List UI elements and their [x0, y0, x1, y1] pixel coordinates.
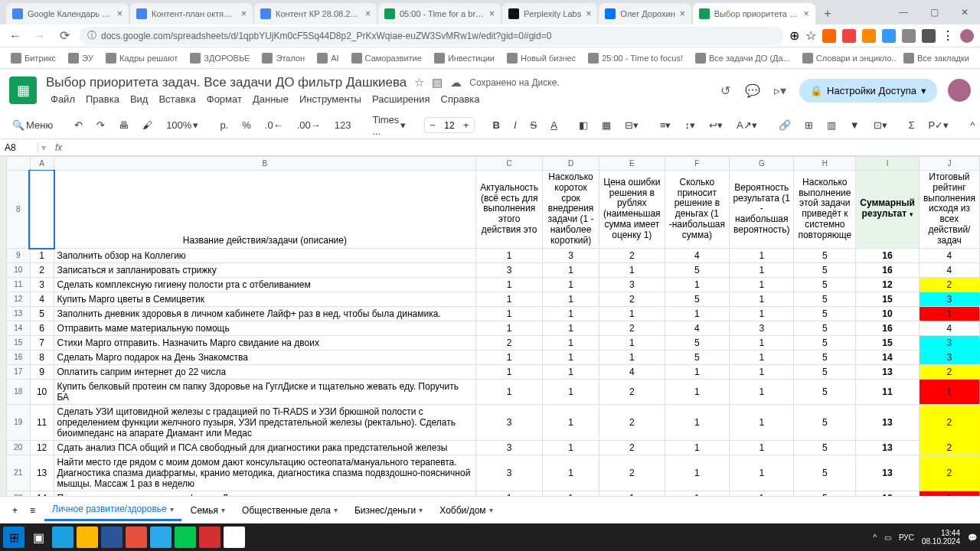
- menu-item[interactable]: Инструменты: [295, 92, 366, 106]
- chrome-icon[interactable]: [224, 527, 245, 548]
- cell[interactable]: 5: [794, 277, 856, 292]
- cell[interactable]: 2: [599, 379, 665, 404]
- cell[interactable]: Заполнить обзор на Коллегию: [54, 248, 476, 262]
- cell[interactable]: Заполнить дневник здоровья в личном каби…: [54, 306, 476, 321]
- cell[interactable]: 5: [794, 455, 856, 491]
- browser-tab[interactable]: Олег Дорохин×: [599, 3, 691, 24]
- row-header[interactable]: 14: [7, 321, 31, 335]
- cell[interactable]: 1: [543, 350, 599, 364]
- cell[interactable]: 2: [919, 440, 979, 455]
- cell[interactable]: Сдать анализ ПСА общий и ПСА свободный д…: [54, 440, 476, 455]
- cell[interactable]: 3: [476, 455, 543, 491]
- cell[interactable]: 1: [599, 335, 665, 350]
- cell[interactable]: 1: [730, 440, 794, 455]
- browser-tab[interactable]: Google Календарь - вторник×: [6, 3, 129, 24]
- cell[interactable]: 2: [599, 292, 665, 306]
- cell[interactable]: Купить белковый протеин см папку Здоровь…: [54, 379, 476, 404]
- column-header[interactable]: J: [919, 157, 979, 171]
- cell[interactable]: 1: [730, 262, 794, 277]
- row-header[interactable]: 22: [7, 491, 31, 496]
- all-bookmarks[interactable]: Все закладки: [899, 51, 974, 65]
- cell[interactable]: 3: [919, 350, 979, 364]
- share-button[interactable]: 🔒 Настройки Доступа ▾: [799, 79, 937, 103]
- cell[interactable]: 3: [919, 292, 979, 306]
- extension-icon[interactable]: [902, 29, 916, 43]
- cell[interactable]: 2: [599, 440, 665, 455]
- extension-icon[interactable]: [862, 29, 876, 43]
- cell[interactable]: 1: [476, 364, 543, 379]
- cell[interactable]: 15: [856, 335, 920, 350]
- cell[interactable]: 13: [856, 440, 920, 455]
- comment-button[interactable]: ⊞: [802, 118, 816, 132]
- cell[interactable]: 10: [856, 491, 920, 496]
- meet-icon[interactable]: ▹▾: [772, 82, 789, 99]
- bookmark-item[interactable]: AI: [312, 51, 343, 65]
- cell[interactable]: 1: [730, 292, 794, 306]
- ru-button[interactable]: Р✓▾: [926, 118, 952, 132]
- chevron-down-icon[interactable]: ▾: [221, 506, 225, 514]
- cell[interactable]: 1: [543, 440, 599, 455]
- rotate-button[interactable]: A↗▾: [733, 118, 760, 132]
- cell[interactable]: 5: [794, 335, 856, 350]
- minimize-button[interactable]: —: [888, 0, 919, 24]
- cell[interactable]: 1: [599, 491, 665, 496]
- font-size-input[interactable]: [442, 120, 457, 131]
- cell[interactable]: Насколько короток срок внедрения задачи …: [543, 171, 599, 249]
- link-button[interactable]: 🔗: [776, 118, 794, 132]
- bookmark-star-icon[interactable]: ☆: [805, 28, 816, 43]
- cell[interactable]: 16: [856, 262, 920, 277]
- cell[interactable]: Насколько выполнение этой задачи приведё…: [794, 171, 856, 249]
- zoom-select[interactable]: 100% ▾: [163, 118, 201, 132]
- cell[interactable]: 1: [665, 364, 729, 379]
- cell[interactable]: 1: [919, 379, 979, 404]
- translate-icon[interactable]: ⊕: [789, 28, 799, 43]
- bookmark-item[interactable]: Словари и энцикло...: [798, 51, 896, 65]
- column-header[interactable]: H: [794, 157, 856, 171]
- cell[interactable]: Цена ошибки решения в рублях (наименьшая…: [599, 171, 665, 249]
- collapse-toolbar-button[interactable]: ^: [967, 118, 978, 132]
- cell[interactable]: 1: [543, 335, 599, 350]
- cell[interactable]: 5: [665, 262, 729, 277]
- cell[interactable]: 5: [665, 350, 729, 364]
- bookmark-item[interactable]: ЭУ: [64, 51, 98, 65]
- menu-item[interactable]: Формат: [202, 92, 247, 106]
- cell[interactable]: 1: [665, 491, 729, 496]
- cell[interactable]: 3: [476, 440, 543, 455]
- notifications-icon[interactable]: 💬: [968, 533, 977, 542]
- filter-button[interactable]: ▼: [847, 118, 863, 132]
- select-all-cell[interactable]: [7, 157, 31, 171]
- row-header[interactable]: 20: [7, 440, 31, 455]
- clock[interactable]: 13:44 08.10.2024: [922, 529, 960, 546]
- more-formats-button[interactable]: 123: [332, 118, 354, 132]
- cell[interactable]: Оплатить саприм интернет до 22 числа: [54, 364, 476, 379]
- cell[interactable]: 3: [543, 248, 599, 262]
- row-header[interactable]: 19: [7, 404, 31, 440]
- sheet-tab[interactable]: Бизнес/деньги ▾: [347, 499, 430, 521]
- maximize-button[interactable]: ▢: [919, 0, 949, 24]
- cell[interactable]: 2: [599, 248, 665, 262]
- cell[interactable]: 5: [665, 335, 729, 350]
- cell[interactable]: Сделать Марго подарок на День Знакомства: [54, 350, 476, 364]
- menu-item[interactable]: Правка: [81, 92, 124, 106]
- cell[interactable]: Сделать УЗИ щитовидной железы с градацие…: [54, 404, 476, 440]
- chrome-menu-icon[interactable]: ⋮: [942, 28, 954, 43]
- extension-icon[interactable]: [842, 29, 856, 43]
- cell[interactable]: 1: [665, 379, 729, 404]
- cell[interactable]: 11: [30, 404, 54, 440]
- menu-item[interactable]: Вставка: [154, 92, 200, 106]
- battery-icon[interactable]: ▭: [884, 533, 891, 542]
- forward-button[interactable]: →: [31, 27, 49, 45]
- cell[interactable]: 6: [30, 321, 54, 335]
- name-box[interactable]: A8: [0, 142, 38, 153]
- print-button[interactable]: 🖶: [116, 118, 132, 132]
- new-tab-button[interactable]: +: [817, 3, 838, 24]
- cell[interactable]: 3: [30, 277, 54, 292]
- explorer-icon[interactable]: [77, 527, 98, 548]
- cell[interactable]: 4: [665, 321, 729, 335]
- bookmark-item[interactable]: Инвестиции: [430, 51, 499, 65]
- decrease-decimal-button[interactable]: .0←: [262, 118, 286, 132]
- cell[interactable]: 1: [599, 306, 665, 321]
- cell[interactable]: 1: [599, 350, 665, 364]
- close-tab-icon[interactable]: ×: [117, 8, 122, 19]
- cell[interactable]: 5: [794, 350, 856, 364]
